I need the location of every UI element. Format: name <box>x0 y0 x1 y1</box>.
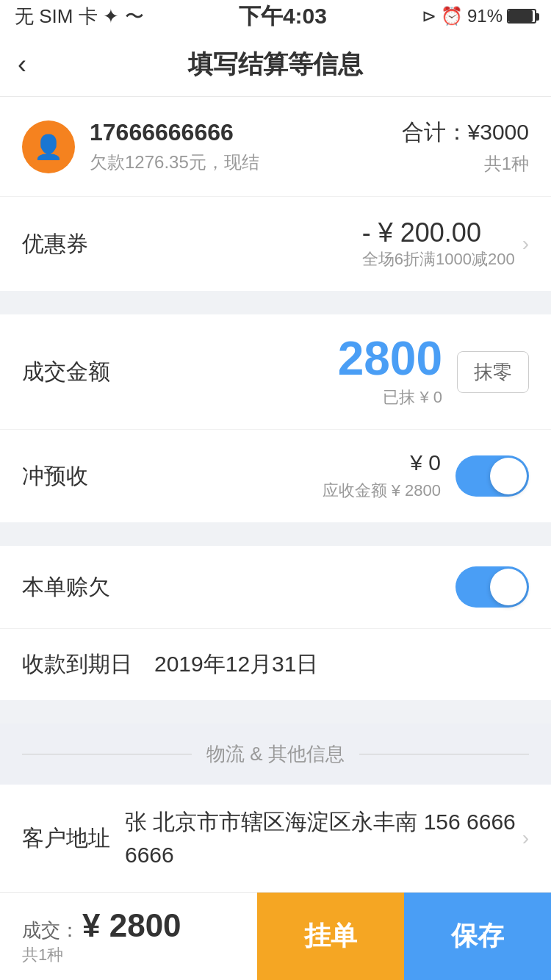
status-bar: 无 SIM 卡 ✦ 〜 下午4:03 ⊳ ⏰ 91% <box>0 0 551 32</box>
footer-count: 共1种 <box>22 944 235 966</box>
prepay-values: ¥ 0 应收金额 ¥ 2800 <box>323 450 441 502</box>
prepay-label: 冲预收 <box>22 461 88 491</box>
footer-bar: 成交： ¥ 2800 共1种 挂单 保存 <box>0 892 551 980</box>
prepay-amount: ¥ 0 <box>323 450 441 475</box>
round-button[interactable]: 抹零 <box>457 351 529 393</box>
divider-2 <box>0 534 551 546</box>
status-left: 无 SIM 卡 ✦ 〜 <box>15 4 144 29</box>
customer-info: 17666666666 欠款1276.35元，现结 <box>90 119 259 174</box>
due-date-row: 收款到期日 2019年12月31日 <box>0 628 551 700</box>
customer-row: 👤 17666666666 欠款1276.35元，现结 合计：¥3000 共1种 <box>0 97 551 196</box>
customer-right: 合计：¥3000 共1种 <box>402 118 529 176</box>
footer-deal-amount: ¥ 2800 <box>82 907 181 944</box>
sim-status: 无 SIM 卡 ✦ <box>15 4 119 29</box>
debit-label: 本单赊欠 <box>22 572 110 602</box>
divider-line-left <box>22 754 192 754</box>
alarm-icon: ⏰ <box>441 6 463 26</box>
prepay-row: 冲预收 ¥ 0 应收金额 ¥ 2800 <box>0 429 551 522</box>
debit-toggle[interactable] <box>455 566 529 608</box>
customer-sub: 欠款1276.35元，现结 <box>90 151 259 174</box>
debit-section: 本单赊欠 收款到期日 2019年12月31日 <box>0 546 551 700</box>
location-icon: ⊳ <box>422 6 436 26</box>
address-chevron-icon: › <box>522 826 529 850</box>
deal-label: 成交金额 <box>22 357 110 387</box>
total-amount: 合计：¥3000 <box>402 118 529 148</box>
battery-icon <box>507 9 536 24</box>
debit-row: 本单赊欠 <box>0 546 551 628</box>
chevron-right-icon: › <box>522 232 529 256</box>
customer-left: 👤 17666666666 欠款1276.35元，现结 <box>22 119 259 174</box>
logistics-label: 物流 & 其他信息 <box>206 741 345 767</box>
deal-row: 成交金额 2800 已抹 ¥ 0 抹零 <box>0 314 551 429</box>
deal-sub: 已抹 ¥ 0 <box>338 386 442 408</box>
total-count: 共1种 <box>402 152 529 176</box>
prepay-toggle[interactable] <box>455 455 529 497</box>
footer-deal-label: 成交： <box>22 918 79 943</box>
battery-level: 91% <box>467 6 503 26</box>
address-label: 客户地址 <box>22 824 110 854</box>
deal-section: 成交金额 2800 已抹 ¥ 0 抹零 冲预收 ¥ 0 应收金额 ¥ 2800 <box>0 314 551 522</box>
avatar-icon: 👤 <box>34 133 63 161</box>
page-title: 填写结算等信息 <box>188 48 363 82</box>
address-section: 客户地址 张 北京市市辖区海淀区永丰南 156 6666 6666 › <box>0 785 551 892</box>
wifi-icon: 〜 <box>125 4 144 29</box>
prepay-sub: 应收金额 ¥ 2800 <box>323 480 441 502</box>
address-content: 张 北京市市辖区海淀区永丰南 156 6666 6666 <box>125 805 522 871</box>
status-time: 下午4:03 <box>239 1 327 32</box>
hold-button[interactable]: 挂单 <box>257 893 404 981</box>
deal-amount-wrapper: 2800 已抹 ¥ 0 <box>338 335 442 408</box>
due-date-label: 收款到期日 <box>22 649 132 680</box>
footer-deal-row: 成交： ¥ 2800 <box>22 907 235 944</box>
back-button[interactable]: ‹ <box>18 49 26 80</box>
divider-3 <box>0 712 551 724</box>
customer-section: 👤 17666666666 欠款1276.35元，现结 合计：¥3000 共1种… <box>0 97 551 291</box>
status-right: ⊳ ⏰ 91% <box>422 6 536 26</box>
coupon-info: - ¥ 200.00 全场6折满1000减200 <box>362 217 515 270</box>
due-date-value: 2019年12月31日 <box>154 649 318 680</box>
coupon-label: 优惠券 <box>22 229 88 259</box>
coupon-desc: 全场6折满1000减200 <box>362 248 515 270</box>
nav-bar: ‹ 填写结算等信息 <box>0 32 551 97</box>
logistics-header: 物流 & 其他信息 <box>0 724 551 785</box>
avatar: 👤 <box>22 120 75 173</box>
save-button[interactable]: 保存 <box>404 893 551 981</box>
customer-phone: 17666666666 <box>90 119 259 146</box>
footer-summary: 成交： ¥ 2800 共1种 <box>0 907 257 966</box>
address-row[interactable]: 客户地址 张 北京市市辖区海淀区永丰南 156 6666 6666 › <box>0 785 551 892</box>
divider-line-right <box>359 754 529 754</box>
coupon-row[interactable]: 优惠券 - ¥ 200.00 全场6折满1000减200 › <box>0 196 551 291</box>
deal-right: 2800 已抹 ¥ 0 抹零 <box>338 335 529 408</box>
deal-amount: 2800 <box>338 335 442 382</box>
coupon-discount: - ¥ 200.00 <box>362 217 515 248</box>
coupon-right: - ¥ 200.00 全场6折满1000减200 › <box>362 217 529 270</box>
divider-1 <box>0 303 551 314</box>
prepay-right: ¥ 0 应收金额 ¥ 2800 <box>323 450 529 502</box>
